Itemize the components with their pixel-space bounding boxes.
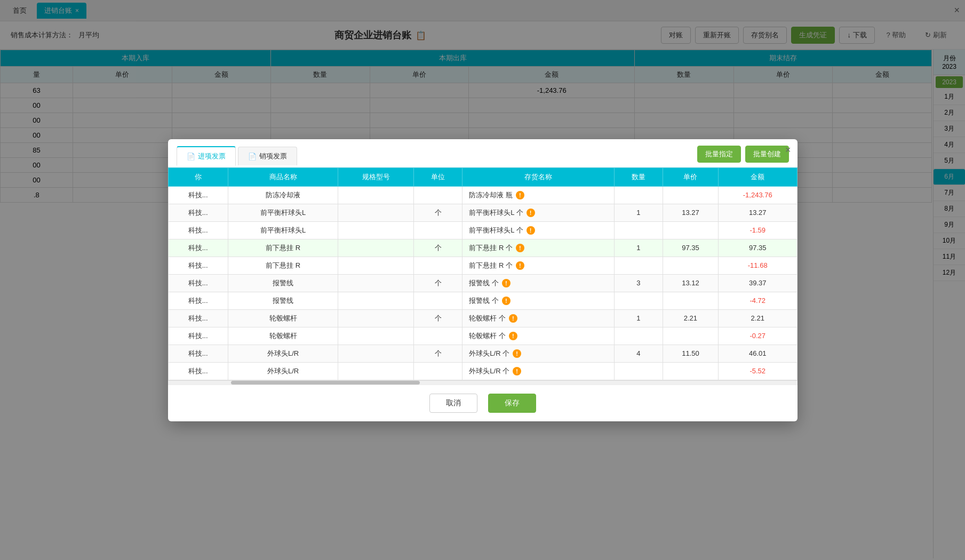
table-cell: 13.27 bbox=[718, 204, 797, 221]
table-cell bbox=[614, 221, 663, 239]
table-cell: 2.21 bbox=[663, 309, 718, 327]
sales-tab-icon: 📄 bbox=[248, 153, 257, 161]
inventory-name: 前下悬挂 R 个 bbox=[469, 261, 513, 269]
table-cell: 个 bbox=[414, 204, 462, 221]
table-cell bbox=[338, 292, 414, 309]
col-header-unit: 单位 bbox=[414, 167, 462, 186]
modal-table-row: 科技...轮毂螺杆轮毂螺杆 个!-0.27 bbox=[168, 327, 797, 345]
table-cell: 科技... bbox=[168, 345, 228, 362]
inventory-name: 前平衡杆球头L 个 bbox=[469, 226, 523, 234]
modal-tab-purchase[interactable]: 📄 进项发票 bbox=[177, 146, 236, 166]
modal-body[interactable]: 你 商品名称 规格型号 单位 存货名称 数量 单价 金额 科技...防冻冷却液防… bbox=[168, 167, 797, 385]
warning-icon: ! bbox=[502, 279, 511, 287]
table-cell: 个 bbox=[414, 239, 462, 257]
table-cell: 科技... bbox=[168, 362, 228, 380]
table-cell bbox=[414, 186, 462, 204]
table-cell: 个 bbox=[414, 309, 462, 327]
table-cell bbox=[614, 186, 663, 204]
col-header-price: 单价 bbox=[663, 167, 718, 186]
inventory-name: 报警线 个 bbox=[469, 279, 499, 287]
save-button[interactable]: 保存 bbox=[488, 394, 536, 413]
table-cell: 个 bbox=[414, 274, 462, 292]
table-cell bbox=[338, 257, 414, 274]
table-cell: -4.72 bbox=[718, 292, 797, 309]
table-cell: 1 bbox=[614, 239, 663, 257]
table-cell bbox=[338, 274, 414, 292]
table-cell: 科技... bbox=[168, 292, 228, 309]
table-cell bbox=[663, 292, 718, 309]
table-cell bbox=[414, 257, 462, 274]
table-cell: 科技... bbox=[168, 239, 228, 257]
table-cell: -1.59 bbox=[718, 221, 797, 239]
table-cell: 外球头L/R bbox=[228, 362, 338, 380]
warning-icon: ! bbox=[509, 332, 517, 340]
table-cell: 个 bbox=[414, 345, 462, 362]
table-cell bbox=[614, 362, 663, 380]
table-cell: 2.21 bbox=[718, 309, 797, 327]
table-cell: 报警线 bbox=[228, 274, 338, 292]
modal-header-buttons: 批量指定 批量创建 bbox=[697, 146, 789, 167]
modal-table: 你 商品名称 规格型号 单位 存货名称 数量 单价 金额 科技...防冻冷却液防… bbox=[168, 167, 797, 380]
table-cell: 科技... bbox=[168, 204, 228, 221]
table-cell bbox=[338, 239, 414, 257]
table-cell bbox=[614, 292, 663, 309]
modal-table-row: 科技...前平衡杆球头L前平衡杆球头L 个!-1.59 bbox=[168, 221, 797, 239]
batch-create-button[interactable]: 批量创建 bbox=[745, 146, 789, 163]
col-header-company: 你 bbox=[168, 167, 228, 186]
modal-close-button[interactable]: × bbox=[785, 145, 791, 156]
table-cell: -11.68 bbox=[718, 257, 797, 274]
table-cell bbox=[338, 186, 414, 204]
inventory-name: 外球头L/R 个 bbox=[469, 367, 509, 375]
warning-icon: ! bbox=[516, 244, 524, 252]
modal-overlay: 📄 进项发票 📄 销项发票 批量指定 批量创建 × 你 商品名称 规格型号 bbox=[0, 0, 965, 560]
modal-dialog: 📄 进项发票 📄 销项发票 批量指定 批量创建 × 你 商品名称 规格型号 bbox=[168, 139, 797, 421]
table-cell: 前下悬挂 R bbox=[228, 239, 338, 257]
warning-icon: ! bbox=[527, 226, 535, 235]
table-cell: 39.37 bbox=[718, 274, 797, 292]
table-cell: 报警线 bbox=[228, 292, 338, 309]
table-cell: 科技... bbox=[168, 257, 228, 274]
warning-icon: ! bbox=[516, 261, 524, 270]
table-cell bbox=[663, 327, 718, 345]
modal-table-row: 科技...前下悬挂 R前下悬挂 R 个!-11.68 bbox=[168, 257, 797, 274]
inventory-name: 前平衡杆球头L 个 bbox=[469, 209, 523, 217]
col-header-quantity: 数量 bbox=[614, 167, 663, 186]
table-cell: 科技... bbox=[168, 186, 228, 204]
modal-header: 📄 进项发票 📄 销项发票 批量指定 批量创建 × bbox=[168, 139, 797, 167]
col-header-product: 商品名称 bbox=[228, 167, 338, 186]
batch-assign-button[interactable]: 批量指定 bbox=[697, 146, 741, 163]
table-cell: 13.27 bbox=[663, 204, 718, 221]
table-cell bbox=[414, 221, 462, 239]
modal-table-row: 科技...报警线个报警线 个!313.1239.37 bbox=[168, 274, 797, 292]
modal-table-row: 科技...外球头L/R外球头L/R 个!-5.52 bbox=[168, 362, 797, 380]
inventory-name: 轮毂螺杆 个 bbox=[469, 332, 506, 340]
cancel-button[interactable]: 取消 bbox=[429, 394, 477, 413]
table-cell: 轮毂螺杆 bbox=[228, 327, 338, 345]
table-cell: -5.52 bbox=[718, 362, 797, 380]
table-cell: 3 bbox=[614, 274, 663, 292]
inventory-name: 防冻冷却液 瓶 bbox=[469, 191, 513, 199]
table-cell bbox=[338, 309, 414, 327]
table-cell bbox=[338, 221, 414, 239]
modal-table-row: 科技...前下悬挂 R个前下悬挂 R 个!197.3597.35 bbox=[168, 239, 797, 257]
table-cell bbox=[663, 186, 718, 204]
table-cell bbox=[338, 327, 414, 345]
modal-tab-sales[interactable]: 📄 销项发票 bbox=[238, 147, 297, 165]
col-header-inventory: 存货名称 bbox=[462, 167, 614, 186]
table-cell: 1 bbox=[614, 309, 663, 327]
table-cell: 前平衡杆球头L bbox=[228, 204, 338, 221]
table-cell bbox=[338, 345, 414, 362]
inventory-name: 外球头L/R 个 bbox=[469, 349, 509, 357]
table-cell: 11.50 bbox=[663, 345, 718, 362]
warning-icon: ! bbox=[513, 367, 521, 375]
table-cell: 前下悬挂 R bbox=[228, 257, 338, 274]
table-cell: 前平衡杆球头L bbox=[228, 221, 338, 239]
inventory-name: 轮毂螺杆 个 bbox=[469, 314, 506, 322]
table-cell: 外球头L/R bbox=[228, 345, 338, 362]
table-cell: 4 bbox=[614, 345, 663, 362]
purchase-tab-label: 进项发票 bbox=[198, 151, 226, 161]
table-cell bbox=[663, 221, 718, 239]
table-cell: 科技... bbox=[168, 221, 228, 239]
table-cell: -1,243.76 bbox=[718, 186, 797, 204]
modal-table-row: 科技...报警线报警线 个!-4.72 bbox=[168, 292, 797, 309]
